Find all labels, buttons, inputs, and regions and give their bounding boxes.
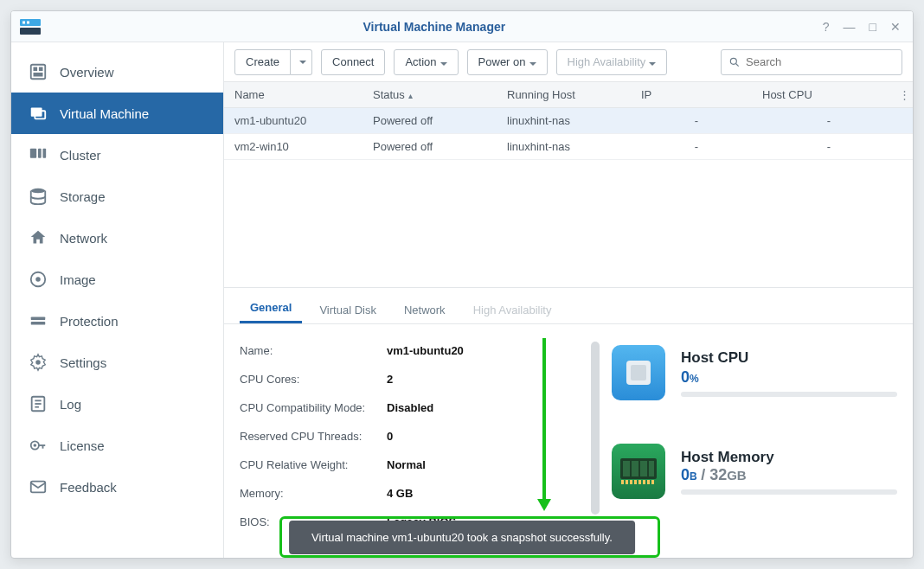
sidebar-item-storage[interactable]: Storage	[11, 176, 223, 217]
column-ip[interactable]: IP	[631, 88, 752, 101]
network-icon	[29, 228, 48, 247]
sidebar-item-image[interactable]: Image	[11, 259, 223, 300]
info-label: Name:	[240, 344, 387, 357]
sidebar-item-settings[interactable]: Settings	[11, 342, 223, 383]
tab-general[interactable]: General	[240, 294, 302, 323]
sidebar-item-network[interactable]: Network	[11, 217, 223, 259]
svg-rect-16	[31, 316, 46, 320]
stat-total-unit: GB	[727, 468, 747, 483]
detail-tabs: General Virtual Disk Network High Availa…	[224, 288, 913, 324]
maximize-icon[interactable]: □	[869, 20, 876, 34]
sidebar-item-license[interactable]: License	[11, 425, 223, 466]
sidebar-item-overview[interactable]: Overview	[11, 51, 223, 93]
stat-bar	[681, 392, 897, 397]
info-label: Memory:	[240, 487, 387, 500]
window-title: Virtual Machine Manager	[46, 20, 823, 34]
sidebar-item-protection[interactable]: Protection	[11, 300, 223, 342]
sidebar-item-log[interactable]: Log	[11, 383, 223, 425]
svg-rect-8	[31, 108, 42, 117]
scrollbar-thumb[interactable]	[591, 342, 600, 515]
cell-status: Powered off	[363, 140, 497, 153]
storage-icon	[29, 187, 48, 206]
sidebar-item-virtual-machine[interactable]: Virtual Machine	[11, 93, 223, 134]
cell-ip: -	[631, 140, 752, 153]
cell-ip: -	[631, 114, 752, 127]
stat-host-cpu: Host CPU 0%	[612, 345, 897, 400]
cell-host: linuxhint-nas	[497, 140, 631, 153]
create-dropdown[interactable]	[291, 49, 312, 75]
column-running-host[interactable]: Running Host	[497, 88, 631, 101]
svg-rect-41	[638, 480, 641, 484]
close-icon[interactable]: ✕	[890, 20, 901, 34]
connect-button[interactable]: Connect	[321, 49, 385, 75]
svg-rect-44	[651, 480, 654, 484]
svg-point-15	[35, 277, 41, 282]
column-more-icon[interactable]: ⋮	[895, 88, 913, 101]
tab-virtual-disk[interactable]: Virtual Disk	[309, 297, 387, 323]
svg-rect-4	[31, 65, 46, 80]
stat-bar	[681, 489, 897, 495]
help-icon[interactable]: ?	[823, 20, 830, 34]
sidebar-label: Protection	[60, 314, 119, 329]
svg-rect-42	[643, 480, 645, 484]
svg-point-18	[35, 360, 41, 365]
table-row[interactable]: vm2-win10 Powered off linuxhint-nas - -	[224, 134, 913, 160]
title-bar: Virtual Machine Manager ? — □ ✕	[11, 11, 913, 42]
sidebar-label: Image	[60, 272, 96, 287]
create-button[interactable]: Create	[234, 49, 291, 75]
search-field[interactable]	[721, 49, 902, 75]
action-button[interactable]: Action	[394, 49, 458, 75]
sidebar-label: Storage	[60, 189, 106, 204]
column-name[interactable]: Name	[224, 88, 363, 101]
tab-network[interactable]: Network	[394, 297, 456, 323]
cell-name: vm1-ubuntu20	[224, 114, 363, 127]
svg-rect-36	[649, 461, 654, 476]
app-icon	[20, 19, 41, 35]
feedback-icon	[29, 477, 48, 496]
memory-icon	[619, 457, 658, 486]
cell-status: Powered off	[363, 114, 497, 127]
toast-message: Virtual machine vm1-ubuntu20 took a snap…	[289, 521, 635, 554]
tab-high-availability[interactable]: High Availability	[463, 297, 562, 323]
column-status[interactable]: Status	[363, 88, 497, 101]
svg-rect-43	[647, 480, 650, 484]
info-value-cpu-compat: Disabled	[387, 401, 433, 414]
svg-point-28	[730, 58, 736, 64]
cell-cpu: -	[752, 114, 895, 127]
host-stats: Host CPU 0% Host Memory	[612, 336, 897, 546]
cluster-icon	[29, 145, 48, 164]
svg-rect-3	[27, 21, 29, 23]
column-host-cpu[interactable]: Host CPU	[752, 88, 895, 101]
info-label: CPU Relative Weight:	[240, 458, 387, 471]
svg-rect-11	[38, 149, 42, 158]
table-header: Name Status Running Host IP Host CPU ⋮	[224, 82, 913, 108]
svg-rect-5	[34, 67, 38, 72]
high-availability-button[interactable]: High Availability	[556, 49, 668, 75]
image-icon	[29, 270, 48, 289]
sidebar-item-cluster[interactable]: Cluster	[11, 134, 223, 176]
vm-table: Name Status Running Host IP Host CPU ⋮ v…	[224, 82, 913, 288]
cell-name: vm2-win10	[224, 140, 363, 153]
stat-title: Host Memory	[681, 449, 897, 466]
stat-host-memory: Host Memory 0B / 32GB	[612, 444, 897, 499]
protection-icon	[29, 311, 48, 330]
sidebar-label: Settings	[60, 355, 106, 370]
power-on-button[interactable]: Power on	[467, 49, 548, 75]
info-label: Reserved CPU Threads:	[240, 430, 387, 443]
detail-pane: General Virtual Disk Network High Availa…	[224, 288, 913, 558]
svg-rect-35	[640, 461, 647, 476]
stat-unit: %	[690, 373, 699, 385]
overview-icon	[29, 62, 48, 81]
app-window: Virtual Machine Manager ? — □ ✕ Overview…	[10, 10, 914, 559]
stat-value: 0	[681, 368, 690, 386]
sidebar-item-feedback[interactable]: Feedback	[11, 466, 223, 508]
svg-rect-1	[20, 28, 41, 35]
sidebar-label: Cluster	[60, 148, 101, 163]
search-input[interactable]	[746, 55, 895, 68]
svg-rect-39	[630, 480, 632, 484]
minimize-icon[interactable]: —	[844, 20, 856, 34]
table-row[interactable]: vm1-ubuntu20 Powered off linuxhint-nas -…	[224, 108, 913, 134]
svg-rect-12	[43, 149, 47, 158]
svg-line-29	[736, 63, 739, 66]
sidebar-label: Overview	[60, 65, 114, 80]
